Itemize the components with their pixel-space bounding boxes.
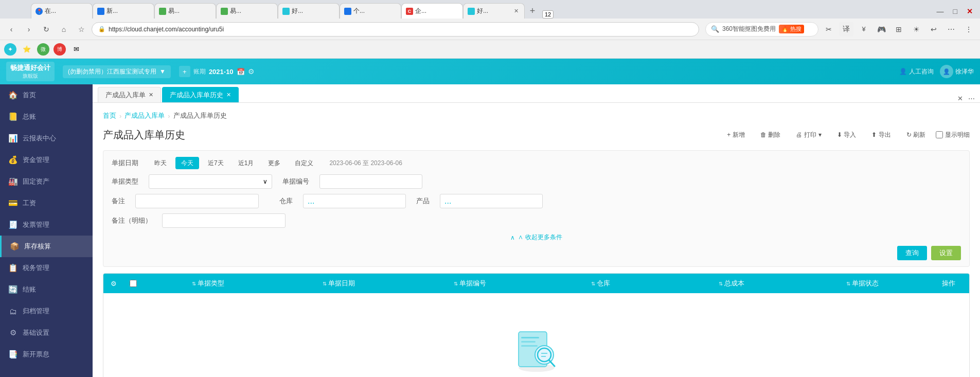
date-chip-custom[interactable]: 自定义 [289, 157, 319, 169]
search-bar[interactable]: 🔍 360智能抠图免费用 🔥 热搜 [705, 22, 818, 37]
sidebar-item-tax[interactable]: 📋 税务管理 [0, 257, 93, 279]
maximize-button[interactable]: □ [950, 6, 960, 16]
page-tab-expand-icon[interactable]: ⋯ [968, 95, 975, 102]
collapse-btn[interactable]: ∧ ∧ 收起更多条件 [510, 233, 562, 242]
tab-count-badge[interactable]: 12 [542, 10, 554, 19]
sidebar-item-archive[interactable]: 🗂 归档管理 [0, 300, 93, 322]
date-chip-more[interactable]: 更多 [262, 157, 286, 169]
show-detail-toggle[interactable]: 显示明细 [936, 131, 970, 139]
select-all-checkbox[interactable] [130, 280, 137, 287]
user-profile[interactable]: 👤 徐泽华 [940, 65, 974, 78]
svg-rect-2 [521, 337, 539, 338]
import-button[interactable]: ⬇ 导入 [832, 128, 861, 142]
refresh-button[interactable]: ↻ 刷新 [901, 128, 931, 142]
undo-icon[interactable]: ↩ [926, 22, 941, 37]
delete-button[interactable]: 🗑 删除 [755, 128, 786, 142]
page-tab-close-all-icon[interactable]: ✕ [957, 95, 963, 102]
th-number-label: 单据编号 [459, 279, 486, 288]
sidebar-item-cloud-report[interactable]: 📊 云报表中心 [0, 128, 93, 149]
export-button[interactable]: ⬆ 导出 [866, 128, 896, 142]
minimize-button[interactable]: — [934, 6, 947, 16]
sidebar-item-salary[interactable]: 💳 工资 [0, 192, 93, 214]
add-period-button[interactable]: + [179, 66, 190, 77]
browser-tab-4[interactable]: 易... [216, 3, 278, 19]
show-detail-checkbox[interactable] [936, 131, 943, 138]
extensions-icon[interactable]: ⋮ [961, 22, 976, 37]
grid-icon[interactable]: ⊞ [892, 22, 906, 37]
th-number[interactable]: ⇅ 单据编号 [404, 279, 536, 288]
more-icon[interactable]: ⋯ [944, 22, 958, 37]
company-selector[interactable]: (勿删勿禁用）江西服宝测试专用 ▼ [63, 65, 171, 78]
back-button[interactable]: ‹ [4, 22, 19, 37]
page-tab-history-close-icon[interactable]: ✕ [226, 92, 231, 98]
home-nav-button[interactable]: ⌂ [57, 22, 71, 37]
page-tab-list-close-icon[interactable]: ✕ [149, 92, 153, 98]
ai-consult-button[interactable]: 👤 人工咨询 [899, 67, 934, 76]
scissors-icon[interactable]: ✂ [822, 22, 836, 37]
date-chip-yesterday[interactable]: 昨天 [149, 157, 172, 169]
date-chip-1month[interactable]: 近1月 [233, 157, 260, 169]
th-settings[interactable]: ⚙ [103, 280, 124, 288]
product-filter-select[interactable]: ... [440, 194, 543, 208]
weibo2-icon[interactable]: 博 [54, 43, 66, 56]
page-tab-list[interactable]: 产成品入库单 ✕ [98, 87, 161, 102]
new-button[interactable]: + 新增 [722, 128, 750, 142]
browser-tab-7[interactable]: C 企... [401, 3, 463, 19]
breadcrumb-home[interactable]: 首页 [103, 111, 116, 120]
th-cost-label: 总成本 [724, 279, 744, 288]
tab-8-close-icon[interactable]: ✕ [512, 7, 520, 15]
sidebar-item-ledger[interactable]: 📒 总账 [0, 106, 93, 128]
ledger-icon: 📒 [8, 112, 17, 121]
print-button[interactable]: 🖨 打印 ▾ [791, 128, 827, 142]
star-icon[interactable]: ⭐ [21, 43, 33, 56]
filter-settings-button[interactable]: 设置 [931, 246, 961, 260]
date-chip-7days[interactable]: 近7天 [202, 157, 229, 169]
breadcrumb-list[interactable]: 产成品入库单 [124, 111, 165, 120]
number-filter-input[interactable] [319, 174, 422, 189]
weibo-icon[interactable]: 微 [37, 43, 49, 56]
th-status[interactable]: ⇅ 单据状态 [797, 279, 929, 288]
mail-icon[interactable]: ✉ [70, 43, 82, 56]
th-date[interactable]: ⇅ 单据日期 [274, 279, 405, 288]
brightness-icon[interactable]: ☀ [909, 22, 923, 37]
date-chip-today[interactable]: 今天 [175, 157, 199, 169]
browser-tab-2[interactable]: 新... [93, 3, 154, 19]
refresh-nav-button[interactable]: ↻ [39, 22, 54, 37]
game-icon[interactable]: 🎮 [874, 22, 888, 37]
sidebar-item-inventory[interactable]: 📦 库存核算 [0, 236, 93, 257]
currency-icon[interactable]: ¥ [857, 22, 871, 37]
note-detail-input[interactable] [162, 213, 286, 228]
bookmark-button[interactable]: ☆ [74, 22, 88, 37]
sidebar-item-fund[interactable]: 💰 资金管理 [0, 149, 93, 171]
sidebar-item-fixed-assets[interactable]: 🏭 固定资产 [0, 171, 93, 192]
browser-tab-6[interactable]: 个... [340, 3, 401, 19]
sidebar-item-basic[interactable]: ⚙ 基础设置 [0, 322, 93, 344]
th-checkbox[interactable] [124, 280, 142, 287]
sidebar-item-new-invoice[interactable]: 📑 新开票息 [0, 344, 93, 365]
sidebar-item-checkout[interactable]: 🔄 结账 [0, 279, 93, 300]
new-tab-button[interactable]: + [525, 3, 540, 19]
th-type[interactable]: ⇅ 单据类型 [142, 279, 274, 288]
th-cost[interactable]: ⇅ 总成本 [666, 279, 797, 288]
period-calendar-icon[interactable]: 📅 [237, 68, 245, 76]
sidebar-item-home[interactable]: 🏠 首页 [0, 84, 93, 106]
translate-icon[interactable]: 译 [839, 22, 853, 37]
period-settings-icon[interactable]: ⚙ [248, 67, 255, 76]
note-filter-input[interactable] [135, 194, 259, 208]
close-button[interactable]: ✕ [964, 6, 976, 16]
warehouse-filter-select[interactable]: ... [303, 194, 406, 208]
hot-search-badge[interactable]: 🔥 热搜 [779, 25, 804, 33]
search-button[interactable]: 查询 [897, 246, 927, 260]
forward-button[interactable]: › [22, 22, 36, 37]
tab-8-icon [468, 8, 475, 15]
browser-tab-3[interactable]: 易... [154, 3, 216, 19]
favorites-app-icon[interactable]: ✦ [4, 43, 16, 56]
th-warehouse[interactable]: ⇅ 仓库 [536, 279, 667, 288]
browser-tab-1[interactable]: 📍 在... [31, 3, 93, 19]
type-filter-select[interactable]: ∨ [149, 174, 272, 189]
browser-tab-5[interactable]: 好... [278, 3, 340, 19]
page-tab-history[interactable]: 产成品入库单历史 ✕ [162, 87, 239, 102]
address-input[interactable]: 🔒 https://cloud.chanjet.com/accounting/u… [92, 22, 699, 37]
browser-tab-8[interactable]: 好... ✕ [463, 3, 525, 19]
sidebar-item-invoice[interactable]: 🧾 发票管理 [0, 214, 93, 236]
